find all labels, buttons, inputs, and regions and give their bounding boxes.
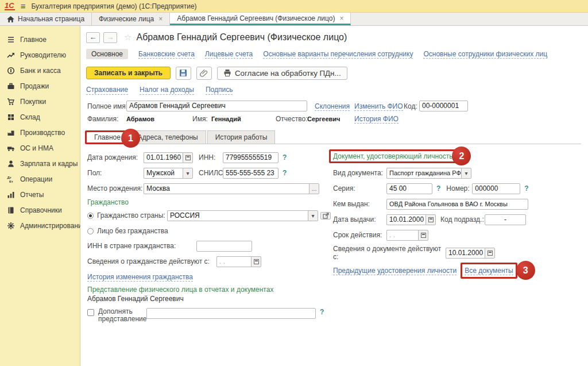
append-presentation-input[interactable] [146,308,316,319]
doc-number-help-icon[interactable]: ? [524,184,528,192]
sidebar-item-rukovoditelyu[interactable]: Руководителю [0,47,80,63]
inn-label: ИНН: [199,153,223,161]
back-button[interactable]: ← [86,32,100,43]
firstname-label: Имя: [192,115,208,123]
inn-input[interactable]: 779955555519 [223,152,278,163]
gender-dropdown-button[interactable]: ▾ [183,168,193,179]
snils-help-icon[interactable]: ? [283,169,287,177]
middlename-label: Отчество: [276,115,308,123]
sidebar-item-label: Банк и касса [20,67,61,75]
doc-kind-select[interactable]: Паспорт гражданина РФ [386,168,461,179]
doc-number-input[interactable]: 000000 [472,183,520,194]
navlink-licevye-scheta[interactable]: Лицевые счета [205,50,253,59]
birth-place-input[interactable]: Москва [144,183,309,194]
gender-select[interactable]: Мужской [144,168,183,179]
fio-history-link[interactable]: История ФИО [354,115,399,124]
previous-ids-link[interactable]: Предыдущие удостоверения личности [333,267,457,275]
link-nalog-na-dohody[interactable]: Налог на доходы [140,86,194,95]
birth-date-calendar-button[interactable] [183,152,193,163]
doc-valid-from-calendar-button[interactable] [485,248,495,259]
factory-icon [7,129,15,137]
main-menu-icon[interactable]: ≡ [21,2,26,10]
navlink-osnovnoe[interactable]: Основное [86,49,128,59]
person-icon [7,160,15,168]
annotation-step-1: 1 [121,129,140,148]
tab-abramov[interactable]: Абрамов Геннадий Сергеевич (Физическое л… [170,13,351,25]
sidebar-item-os-nma[interactable]: ОС и НМА [0,140,80,156]
save-close-button[interactable]: Записать и закрыть [86,67,171,79]
sidebar-item-sklad[interactable]: Склад [0,109,80,125]
sidebar-item-label: Склад [20,113,40,121]
sidebar-item-bank-kassa[interactable]: Банк и касса [0,63,80,78]
identity-document-header: Документ, удостоверяющий личность 2 [333,152,452,160]
append-presentation-checkbox[interactable] [87,309,94,316]
tab-home[interactable]: Начальная страница [0,13,92,25]
stateless-radio[interactable] [87,228,94,234]
navlink-bank-accounts[interactable]: Банковские счета [138,50,195,59]
save-button[interactable] [176,67,191,80]
navlink-main-employees[interactable]: Основные сотрудники физических лиц [423,50,547,59]
link-podpis[interactable]: Подпись [206,86,233,95]
citizenship-history-link[interactable]: История изменения гражданства [87,273,193,282]
calendar-icon [428,217,434,222]
link-strahovanie[interactable]: Страхование [86,86,128,95]
full-name-input[interactable]: Абрамов Геннадий Сергеевич [126,101,307,111]
doc-valid-until-input[interactable]: . . [386,230,418,241]
append-presentation-help-icon[interactable]: ? [320,308,324,316]
sidebar-item-zarplata-kadry[interactable]: Зарплата и кадры [0,156,80,171]
consent-pdn-button[interactable]: Согласие на обработку ПДн... [217,67,347,80]
favorite-star-icon[interactable]: ☆ [124,32,131,43]
declensions-link[interactable]: Склонения [315,102,350,111]
inn-foreign-input[interactable] [196,241,252,252]
citizenship-valid-calendar-button[interactable] [251,256,261,267]
citizenship-country-select[interactable]: РОССИЯ [167,210,308,221]
dept-code-input[interactable]: - [485,214,526,225]
gender-label: Пол: [87,169,144,177]
sidebar-item-label: Операции [20,175,52,183]
tab-abramov-close-icon[interactable]: × [339,14,343,22]
trend-icon [7,51,15,59]
doc-valid-until-label: Срок действия: [333,231,386,239]
inn-help-icon[interactable]: ? [283,153,287,161]
tab-persons-close-icon[interactable]: × [158,15,163,23]
all-documents-link[interactable]: Все документы [465,267,513,275]
code-input[interactable]: 00-0000001 [419,101,468,111]
tab-adresa-telefony[interactable]: Адреса, телефоны [130,130,206,144]
sidebar-item-operacii[interactable]: ДтКт Операции [0,171,80,187]
top-tabbar: Начальная страница Физические лица × Абр… [0,13,588,26]
paperclip-icon [200,69,208,77]
birth-date-input[interactable]: 01.01.1960 [144,152,183,163]
doc-valid-until-calendar-button[interactable] [418,230,428,241]
attachments-button[interactable] [196,67,212,80]
doc-series-label: Серия: [333,184,386,192]
citizenship-dropdown-button[interactable]: ▾ [308,210,318,221]
doc-series-help-icon[interactable]: ? [436,184,440,192]
sidebar-item-otchety[interactable]: Отчеты [0,187,80,202]
tab-persons[interactable]: Физические лица × [92,13,170,25]
gear-icon [7,222,15,230]
forward-button[interactable]: → [103,32,117,43]
bar-chart-icon [7,191,15,199]
doc-valid-from-input[interactable]: 10.01.2000 [446,248,485,259]
doc-issue-date-calendar-button[interactable] [425,214,436,225]
doc-series-input[interactable]: 45 00 [386,183,432,194]
sidebar-item-pokupki[interactable]: Покупки [0,94,80,109]
citizenship-open-button[interactable] [320,212,331,219]
sidebar-item-spravochniki[interactable]: Справочники [0,202,80,218]
doc-kind-dropdown-button[interactable]: ▾ [461,168,471,179]
doc-issue-date-input[interactable]: 10.01.2000 [386,214,425,225]
tab-istoriya-raboty[interactable]: История работы [207,130,276,144]
sidebar-item-glavnoe[interactable]: Главное [0,32,80,47]
birth-place-ellipsis-button[interactable]: ... [309,183,319,194]
citizenship-country-radio[interactable] [87,213,94,219]
change-fio-link[interactable]: Изменить ФИО [354,102,403,111]
doc-issued-by-input[interactable]: ОВД Района Гольянова в ВАО г. Москвы [386,199,528,210]
snils-input[interactable]: 555-555-555 23 [223,168,278,179]
sidebar-item-proizvodstvo[interactable]: Производство [0,125,80,140]
citizenship-valid-input[interactable]: . . [216,256,251,267]
citizenship-country-label: Гражданство страны: [97,211,167,219]
tab-home-label: Начальная страница [18,15,84,23]
navlink-transfer-variants[interactable]: Основные варианты перечисления сотрудник… [263,50,413,59]
sidebar-item-prodazhi[interactable]: Продажи [0,78,80,94]
sidebar-item-administrirovanie[interactable]: Администрирование [0,218,80,233]
